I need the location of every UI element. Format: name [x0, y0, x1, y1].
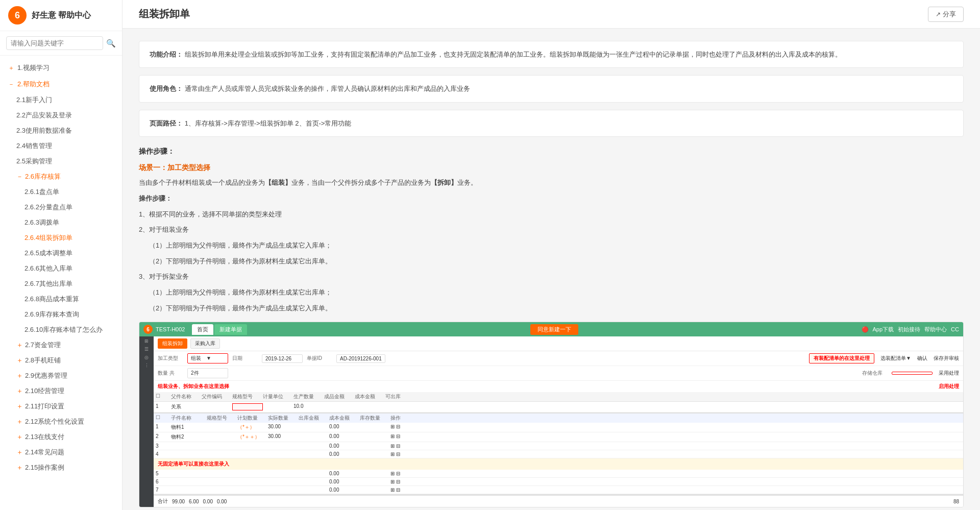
ss-direct-entry-annotation: 无固定清单可以直接在这里录入 — [154, 458, 963, 470]
share-icon: ↗ — [936, 11, 941, 18]
col-parent-code: 父件编码 — [202, 393, 232, 400]
ss-edit-cell[interactable] — [232, 403, 263, 410]
ss-app-id: TEST-H002 — [156, 326, 185, 332]
search-input[interactable] — [6, 36, 103, 50]
ss-field-id[interactable]: AD-20191226-001 — [336, 354, 385, 363]
logo-text: 好生意 帮助中心 — [32, 10, 91, 21]
search-box: 🔍 — [0, 31, 122, 56]
role-box: 使用角色： 通常由生产人员或库管人员完成拆装业务的操作，库管人员确认原材料的出库… — [139, 75, 964, 102]
col-spec: 规格型号 — [232, 393, 263, 400]
ss-select-bom-btn[interactable]: 选装配清单▼ — [880, 355, 911, 362]
nav-tree: ＋ 1.视频学习 － 2.帮助文档 2.1新手入门 2.2产品安装及登录 2.3… — [0, 56, 122, 510]
col-action: 操作 — [390, 415, 411, 422]
ss-top-right: 🔴 App下载 初始接待 帮助中心 CC — [862, 326, 959, 333]
ss-tab-new[interactable]: 新建单据 — [214, 324, 247, 335]
role-label: 使用角色： — [150, 85, 183, 92]
ss-left-nav: ⊞ ☰ ◎ ⋮ — [139, 336, 154, 507]
sidebar-item-stock-query[interactable]: 2.6.9库存账本查询 — [0, 307, 122, 322]
col-out-amt: 出库金额 — [299, 415, 329, 422]
ss-annotation-enable: 启用处理 — [939, 383, 959, 390]
ss-footer-val1: 99.00 — [172, 499, 185, 504]
ss-footer-val3: 0.00 — [203, 499, 213, 504]
step2-1: （1）上部明细为父件明细，最终作为产成品生成某它入库单； — [139, 239, 964, 252]
sidebar-item-stocktake[interactable]: 2.6.1盘点单 — [0, 184, 122, 200]
ss-tab-group: 首页 新建单据 — [192, 324, 247, 335]
scene1-title: 场景一：加工类型选择 — [139, 163, 964, 173]
sidebar-item-sales[interactable]: 2.4销售管理 — [0, 138, 122, 154]
ss-label-storage: 存储仓库 — [862, 370, 888, 377]
sidebar-item-data-prep[interactable]: 2.3使用前数据准备 — [0, 123, 122, 138]
ss-logo: 6 — [143, 325, 153, 334]
col-plan-qty: 计划数量 — [237, 415, 268, 422]
ss-subtab-other[interactable]: 采购入库 — [190, 338, 220, 349]
sidebar-item-inventory[interactable]: － 2.6库存核算 — [0, 169, 122, 184]
role-text: 通常由生产人员或库管人员完成拆装业务的操作，库管人员确认原材料的出库和产成品的入… — [185, 85, 470, 92]
sidebar-item-install[interactable]: 2.2产品安装及登录 — [0, 108, 122, 123]
ss-nav-icon-4[interactable]: ⋮ — [144, 363, 149, 368]
sidebar-item-other-in[interactable]: 2.6.6其他入库单 — [0, 261, 122, 276]
ss-field-qty[interactable]: 2件 — [187, 368, 228, 378]
sidebar-item-other-out[interactable]: 2.6.7其他出库单 — [0, 276, 122, 292]
ss-bottom-row4: 4 0.00 ⊞ ⊟ — [154, 450, 963, 458]
sidebar-item-cases[interactable]: ＋ 2.15操作案例 — [0, 460, 122, 475]
sidebar: 6 好生意 帮助中心 🔍 ＋ 1.视频学习 － 2.帮助文档 2.1新手入门 2… — [0, 0, 122, 510]
sidebar-item-purchase[interactable]: 2.5采购管理 — [0, 154, 122, 169]
ss-body: ⊞ ☰ ◎ ⋮ 组装拆卸 采购入库 — [139, 336, 963, 507]
sidebar-item-faq[interactable]: ＋ 2.14常见问题 — [0, 445, 122, 460]
ss-bottom-table-header: ☐ 子件名称 规格型号 计划数量 实际数量 出库金额 成本金额 库存数量 操作 — [154, 414, 963, 423]
ss-footer-val4: 0.00 — [217, 499, 227, 504]
sidebar-item-stock-error[interactable]: 2.6.10库存账本错了怎么办 — [0, 322, 122, 337]
ss-orange-btn[interactable]: 同意新建一下 — [530, 324, 578, 335]
page-title: 组装拆卸单 — [139, 7, 190, 21]
sidebar-item-cost-recalc[interactable]: 2.6.8商品成本重算 — [0, 292, 122, 307]
sidebar-item-docs[interactable]: － 2.帮助文档 — [0, 76, 122, 92]
ss-confirm-btn[interactable]: 确认 — [917, 355, 927, 362]
sidebar-item-mobile[interactable]: ＋ 2.8手机旺铺 — [0, 353, 122, 368]
sidebar-item-assembly[interactable]: 2.6.4组装拆卸单 — [0, 230, 122, 246]
share-button[interactable]: ↗ 分享 — [928, 7, 964, 22]
ss-tab-home[interactable]: 首页 — [192, 324, 213, 335]
sidebar-item-new-user[interactable]: 2.1新手入门 — [0, 92, 122, 108]
ss-apply-storage-btn[interactable]: 采用处理 — [939, 370, 959, 377]
sidebar-item-print[interactable]: ＋ 2.11打印设置 — [0, 399, 122, 414]
sidebar-item-system[interactable]: ＋ 2.12系统个性化设置 — [0, 414, 122, 429]
feature-intro-box: 功能介绍： 组装拆卸单用来处理企业组装或拆卸等加工业务，支持有固定装配清单的产品… — [139, 41, 964, 68]
sidebar-item-video[interactable]: ＋ 1.视频学习 — [0, 60, 122, 76]
sidebar-item-coupon[interactable]: ＋ 2.9优惠券管理 — [0, 368, 122, 383]
sidebar-item-online-pay[interactable]: ＋ 2.13在线支付 — [0, 429, 122, 445]
feature-intro-text: 组装拆卸单用来处理企业组装或拆卸等加工业务，支持有固定装配清单的产品加工业务，也… — [185, 51, 842, 58]
ss-bottom-row5: 5 0.00 ⊞ ⊟ — [154, 470, 963, 478]
ss-field-date[interactable]: 2019-12-26 — [262, 354, 303, 363]
step3-1: （1）上部明细为父件明细，最终作为原材料生成某它出库单； — [139, 286, 964, 299]
ss-bottom-row2: 2 物料2 （*＋＋） 30.00 0.00 ⊞ ⊟ — [154, 432, 963, 442]
ss-annotation-row: 组装业务、拆卸业务在这里选择 启用处理 — [154, 381, 963, 392]
steps-title: 操作步骤： — [139, 147, 964, 156]
col-parent-name: 父件名称 — [171, 393, 202, 400]
main-area: 组装拆卸单 ↗ 分享 功能介绍： 组装拆卸单用来处理企业组装或拆卸等加工业务，支… — [122, 0, 980, 510]
path-box: 页面路径： 1、库存核算->库存管理->组装拆卸单 2、首页->常用功能 — [139, 110, 964, 137]
ss-label-qty: 数量 共 — [158, 370, 183, 377]
ss-footer-label: 合计 — [158, 498, 168, 505]
ss-top-table: ☐ 父件名称 父件编码 规格型号 计量单位 生产数量 成品金额 成本金额 可出库 — [154, 392, 963, 412]
ss-bottom-row3: 3 0.00 ⊞ ⊟ — [154, 442, 963, 450]
ss-field-type[interactable]: 组装 ▼ — [187, 353, 228, 363]
ss-bottom-row1: 1 物料1 （*＋） 30.00 0.00 ⊞ ⊟ — [154, 423, 963, 432]
ss-save-btn[interactable]: 保存并审核 — [934, 355, 959, 362]
ss-field-storage[interactable] — [892, 372, 933, 375]
ss-main-content: 组装拆卸 采购入库 加工类型 组装 ▼ 日期 2019-12-26 单据ID A… — [154, 336, 963, 507]
sidebar-item-cost-adjust[interactable]: 2.6.5成本调整单 — [0, 246, 122, 261]
sidebar-item-finance[interactable]: ＋ 2.7资金管理 — [0, 337, 122, 353]
sidebar-item-partial-stocktake[interactable]: 2.6.2分量盘点单 — [0, 200, 122, 215]
ss-nav-icon-1[interactable]: ⊞ — [144, 338, 149, 344]
col-cost-amt: 成本金额 — [355, 393, 385, 400]
ss-sub-toolbar: 组装拆卸 采购入库 — [154, 336, 963, 351]
sidebar-item-operation[interactable]: ＋ 2.10经营管理 — [0, 383, 122, 399]
col-stock-qty: 库存数量 — [360, 415, 390, 422]
screenshot-container: 6 TEST-H002 首页 新建单据 同意新建一下 🔴 App下载 初始接待 … — [139, 322, 964, 507]
sidebar-item-adjustment[interactable]: 2.6.3调拨单 — [0, 215, 122, 230]
ss-nav-icon-3[interactable]: ◎ — [144, 355, 149, 360]
ss-form-row1: 加工类型 组装 ▼ 日期 2019-12-26 单据ID AD-20191226… — [154, 351, 963, 366]
ss-nav-icon-2[interactable]: ☰ — [144, 347, 149, 352]
ss-subtab-assembly[interactable]: 组装拆卸 — [158, 338, 187, 349]
search-icon[interactable]: 🔍 — [106, 39, 116, 48]
